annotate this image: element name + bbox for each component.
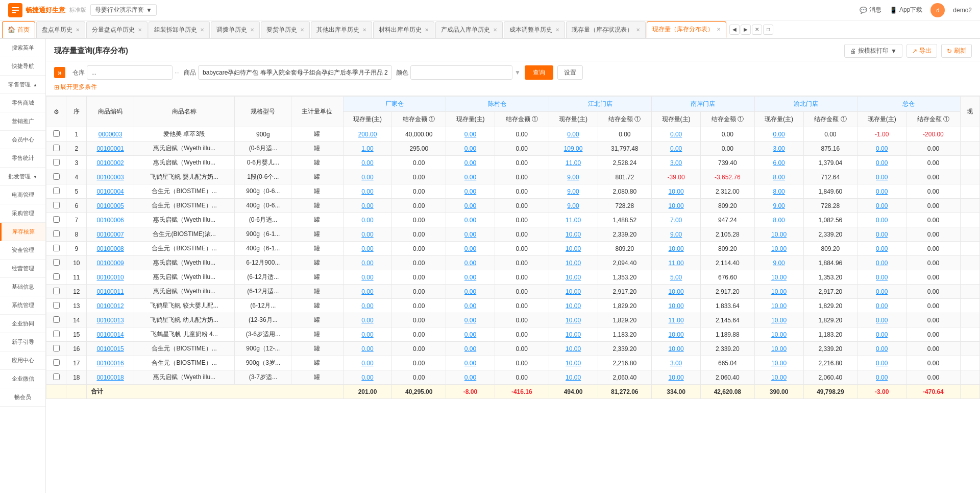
btn-print[interactable]: 🖨 按模板打印 ▼ xyxy=(844,44,902,58)
tab-close-demand[interactable]: ✕ xyxy=(300,27,304,33)
row-checkbox[interactable] xyxy=(46,142,66,156)
nav-prev-btn[interactable]: ◀ xyxy=(729,25,740,35)
tab-close-other-outbound[interactable]: ✕ xyxy=(362,27,366,33)
sidebar-item-search-hero[interactable]: 搜索英单 xyxy=(0,39,45,57)
tab-close-stock-status[interactable]: ✕ xyxy=(636,27,640,33)
row-checkbox[interactable] xyxy=(46,227,66,242)
row-select[interactable] xyxy=(53,345,60,351)
sidebar-item-operations[interactable]: 经营管理 xyxy=(0,260,45,278)
sidebar-item-basic-info[interactable]: 基础信息 xyxy=(0,278,45,296)
sidebar-item-retail-stats[interactable]: 零售统计 xyxy=(0,149,45,168)
btn-query[interactable]: 查询 xyxy=(525,65,553,80)
row-checkbox[interactable] xyxy=(46,184,66,199)
sidebar-item-wholesale[interactable]: 批发管理 ▼ xyxy=(0,168,45,186)
expand-conditions-btn[interactable]: ⊞ 展开更多条件 xyxy=(54,83,972,91)
row-checkbox[interactable] xyxy=(46,127,66,142)
row-select[interactable] xyxy=(53,187,60,194)
sidebar-item-sys-mgmt[interactable]: 系统管理 xyxy=(0,296,45,315)
row-checkbox[interactable] xyxy=(46,370,66,385)
sidebar-item-purchase[interactable]: 采购管理 xyxy=(0,204,45,223)
tab-cost-adjust[interactable]: 成本调整单历史 ✕ xyxy=(504,21,565,38)
tab-close-transfer[interactable]: ✕ xyxy=(250,27,254,33)
sidebar-item-member2[interactable]: 畅会员 xyxy=(0,388,45,407)
btn-export[interactable]: ↗ 导出 xyxy=(906,44,937,58)
btn-refresh[interactable]: ↻ 刷新 xyxy=(941,44,972,58)
col-settings[interactable]: ⚙ xyxy=(46,97,66,127)
row-checkbox[interactable] xyxy=(46,170,66,184)
message-btn[interactable]: 💬 消息 xyxy=(860,6,881,14)
row-checkbox[interactable] xyxy=(46,156,66,170)
nav-next-btn[interactable]: ▶ xyxy=(741,25,751,35)
color-input[interactable] xyxy=(410,65,512,80)
nav-close-all-btn[interactable]: □ xyxy=(763,25,773,35)
tab-inventory-check[interactable]: 盘点单历史 ✕ xyxy=(36,21,85,38)
row-checkbox[interactable] xyxy=(46,299,66,313)
row-select[interactable] xyxy=(53,331,60,337)
tab-stock-status[interactable]: 现存量（库存状况表） ✕ xyxy=(566,21,646,38)
tab-close-cost-adjust[interactable]: ✕ xyxy=(555,27,559,33)
row-checkbox[interactable] xyxy=(46,313,66,327)
row-select[interactable] xyxy=(53,245,60,251)
row-checkbox[interactable] xyxy=(46,213,66,227)
tab-close-inventory-check[interactable]: ✕ xyxy=(76,27,80,33)
user-avatar[interactable]: d xyxy=(930,3,945,17)
tab-close-assemble[interactable]: ✕ xyxy=(200,27,204,33)
sidebar-item-retail-shop[interactable]: 零售商城 xyxy=(0,94,45,112)
sidebar-item-member[interactable]: 会员中心 xyxy=(0,131,45,149)
row-select[interactable] xyxy=(53,259,60,266)
sidebar-item-finance[interactable]: 资金管理 xyxy=(0,241,45,260)
company-selector[interactable]: 母婴行业演示库套 ▼ xyxy=(90,4,157,16)
sidebar-item-inventory[interactable]: 库存核算 xyxy=(0,223,45,241)
nav-expand-btn[interactable]: ✕ xyxy=(752,25,762,35)
row-select[interactable] xyxy=(53,373,60,380)
goods-input[interactable] xyxy=(198,65,392,80)
row-checkbox[interactable] xyxy=(46,242,66,256)
row-select[interactable] xyxy=(53,302,60,309)
row-checkbox[interactable] xyxy=(46,270,66,285)
row-select[interactable] xyxy=(53,130,60,137)
row-select[interactable] xyxy=(53,273,60,280)
row-checkbox[interactable] xyxy=(46,256,66,270)
tab-close-product-inbound[interactable]: ✕ xyxy=(493,27,497,33)
app-download-btn[interactable]: 📱 App下载 xyxy=(890,6,922,14)
sidebar-item-enterprise-collab[interactable]: 企业协同 xyxy=(0,315,45,333)
tab-stock-distribution[interactable]: 现存量（库存分布表） ✕ xyxy=(647,21,726,38)
row-select[interactable] xyxy=(53,216,60,223)
tab-assemble[interactable]: 组装拆卸单历史 ✕ xyxy=(149,21,210,38)
sidebar-item-retail-mgmt[interactable]: 零售管理 ▲ xyxy=(0,76,45,94)
row-checkbox[interactable] xyxy=(46,285,66,299)
sidebar-item-new-guide[interactable]: 新手引导 xyxy=(0,333,45,351)
row-select[interactable] xyxy=(53,359,60,366)
row-checkbox[interactable] xyxy=(46,327,66,342)
row-select[interactable] xyxy=(53,230,60,237)
tab-product-inbound[interactable]: 产成品入库单历史 ✕ xyxy=(435,21,503,38)
row-select[interactable] xyxy=(53,145,60,151)
row-select[interactable] xyxy=(53,316,60,323)
tab-close-material-outbound[interactable]: ✕ xyxy=(425,27,429,33)
sidebar-item-ecommerce[interactable]: 电商管理 xyxy=(0,186,45,204)
sidebar-item-marketing[interactable]: 营销推广 xyxy=(0,112,45,131)
tab-transfer[interactable]: 调拨单历史 ✕ xyxy=(211,21,260,38)
tab-home[interactable]: 🏠 首页 xyxy=(2,21,35,38)
row-checkbox[interactable] xyxy=(46,356,66,370)
row-select[interactable] xyxy=(53,173,60,180)
row-select[interactable] xyxy=(53,202,60,208)
warehouse-input[interactable] xyxy=(87,65,173,80)
table-container[interactable]: ⚙ 序 商品编码 商品名称 规格型号 主计量单位 厂家仓 陈村仓 江北门店 南岸… xyxy=(46,96,980,493)
row-select[interactable] xyxy=(53,159,60,166)
tab-close-quantity-check[interactable]: ✕ xyxy=(138,27,142,33)
sidebar-item-app-center[interactable]: 应用中心 xyxy=(0,351,45,370)
row-select[interactable] xyxy=(53,288,60,294)
tab-other-outbound[interactable]: 其他出库单历史 ✕ xyxy=(311,21,372,38)
tab-quantity-check[interactable]: 分量盘点单历史 ✕ xyxy=(86,21,148,38)
warehouse-dots-btn[interactable]: ··· xyxy=(175,69,180,76)
row-checkbox[interactable] xyxy=(46,199,66,213)
row-checkbox[interactable] xyxy=(46,342,66,356)
tab-close-stock-distribution[interactable]: ✕ xyxy=(717,27,721,32)
tab-material-outbound[interactable]: 材料出库单历史 ✕ xyxy=(373,21,434,38)
sidebar-item-quick-nav[interactable]: 快捷导航 xyxy=(0,57,45,76)
btn-settings[interactable]: 设置 xyxy=(557,65,583,80)
tab-demand[interactable]: 要货单历史 ✕ xyxy=(261,21,310,38)
sidebar-item-enterprise-wechat[interactable]: 企业微信 xyxy=(0,370,45,388)
filter-toggle-btn[interactable]: » xyxy=(54,67,65,78)
